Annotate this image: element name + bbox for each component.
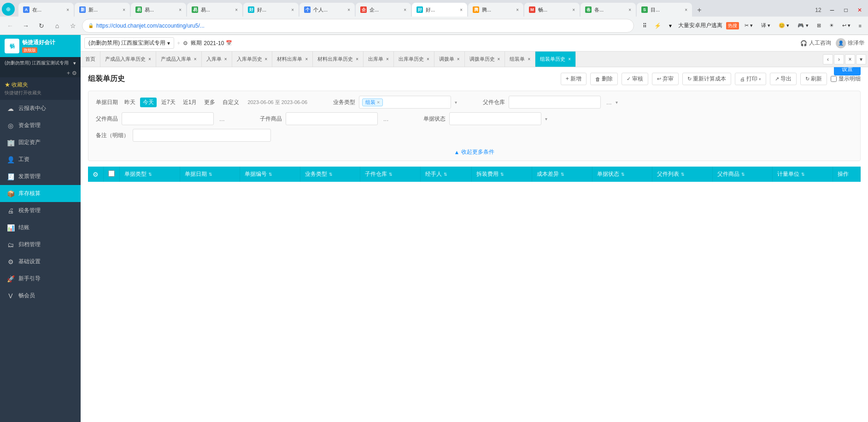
table-settings-th[interactable]: ⚙ [88,167,104,182]
tabs-prev-btn[interactable]: ‹ [823,54,833,64]
window-minimize[interactable]: ─ [826,4,839,17]
th-bill-status[interactable]: 单据状态 ⇅ [592,167,652,182]
table-checkbox-th[interactable] [104,167,120,182]
parent-wh-dropdown[interactable]: ▾ [616,100,618,105]
th-type[interactable]: 单据类型 ⇅ [120,167,180,182]
translate-tool[interactable]: 译 ▾ [758,21,773,30]
parent-goods-input[interactable] [122,112,214,125]
tab-t1[interactable]: A 在... × [18,3,74,17]
settings-icon-topbar[interactable]: + [67,70,70,76]
doc-tab-6-close[interactable]: × [356,57,358,62]
user-profile[interactable]: 👤 徐泽华 [836,38,864,48]
tab-t4[interactable]: 易 易... × [187,3,242,17]
doc-tab-8-close[interactable]: × [427,57,429,62]
tab-t9[interactable]: 腾 腾... × [468,3,523,17]
bill-status-dropdown[interactable]: ▾ [545,116,547,121]
consult-btn[interactable]: 🎧 人工咨询 [800,39,831,47]
tab-close-t8[interactable]: × [460,7,463,12]
week-shortcut[interactable]: 近7天 [158,98,178,107]
gear-icon-topbar[interactable]: ⚙ [72,70,77,76]
doc-tab-10-close[interactable]: × [498,57,500,62]
topbar-settings-btn[interactable]: ⚙ [183,40,188,46]
doc-tab-5[interactable]: 材料出库单 × [272,52,313,67]
show-detail-input[interactable] [831,76,837,82]
th-parent-goods[interactable]: 父件商品 ⇅ [712,167,773,182]
month-shortcut[interactable]: 近1月 [180,98,200,107]
tab-count-badge[interactable]: 12 [812,4,825,17]
doc-tab-2[interactable]: 产成品入库单 × [156,52,202,67]
tab-t8[interactable]: 好 好... × [412,3,467,17]
reload-button[interactable]: ↻ [35,19,48,32]
delete-button[interactable]: 🗑 删除 [590,73,618,85]
doc-tab-4-close[interactable]: × [265,57,268,62]
url-bar[interactable]: 🔒 https://cloud.chanjet.com/accounting/u… [82,19,634,33]
recalculate-button[interactable]: ↻ 重新计算成本 [682,73,731,85]
export-button[interactable]: ↗ 导出 [770,73,797,85]
child-goods-input[interactable] [286,112,378,125]
sidebar-item-close[interactable]: 📊 结账 [0,219,81,236]
doc-tab-2-close[interactable]: × [194,57,197,62]
th-unit[interactable]: 计量单位 ⇅ [773,167,833,182]
period-selector[interactable]: 账期 2021-10 📅 [191,39,232,47]
biz-type-tag-close[interactable]: × [377,99,380,105]
doc-tab-11-close[interactable]: × [528,57,530,62]
tab-close-t6[interactable]: × [347,7,350,12]
tab-close-t12[interactable]: × [685,7,687,12]
tab-t5[interactable]: 好 好... × [243,3,299,17]
doc-tab-8[interactable]: 出库单历史 × [394,52,434,67]
th-cost-diff[interactable]: 成本差异 ⇅ [532,167,592,182]
table-settings-icon[interactable]: ⚙ [93,171,99,178]
forward-button[interactable]: → [19,19,32,32]
sidebar-item-settings[interactable]: ⚙ 基础设置 [0,253,81,270]
doc-tab-3[interactable]: 入库单 × [202,52,232,67]
grid-tool[interactable]: ⊞ [814,22,824,29]
today-shortcut[interactable]: 今天 [140,98,157,107]
bookmark-button[interactable]: ☆ [66,19,79,32]
child-goods-ellipsis[interactable]: ... [383,115,389,122]
th-disassemble-cost[interactable]: 拆装费用 ⇅ [472,167,532,182]
tab-close-t3[interactable]: × [179,7,182,12]
favorites-section[interactable]: ★ 收藏夹 快捷键打开收藏夹 [0,77,81,100]
doc-tab-1-close[interactable]: × [148,57,151,62]
show-detail-checkbox[interactable]: 显示明细 [831,75,861,83]
parent-goods-ellipsis[interactable]: ... [219,115,225,122]
tab-close-t4[interactable]: × [235,7,238,12]
doc-tab-5-close[interactable]: × [305,57,308,62]
qr-icon[interactable]: ⠿ [639,21,650,31]
tab-close-t7[interactable]: × [404,7,406,12]
tab-close-t11[interactable]: × [628,7,631,12]
sidebar-header[interactable]: 畅 畅捷通好会计 旗舰版 [0,35,81,57]
tab-close-t10[interactable]: × [572,7,575,12]
tab-t11[interactable]: 各 各... × [581,3,636,17]
yesterday-shortcut[interactable]: 昨天 [122,98,138,107]
sidebar-item-assets[interactable]: 🏢 固定资产 [0,134,81,151]
tabs-close-btn[interactable]: × [845,54,855,64]
doc-tab-6[interactable]: 材料出库单历史 × [313,52,364,67]
doc-tab-12[interactable]: 组装单历史 × [535,52,576,67]
menu-tool[interactable]: ≡ [856,22,864,29]
doc-tab-home[interactable]: 首页 [81,52,100,67]
sidebar-item-vip[interactable]: V 畅会员 [0,287,81,304]
th-biz-type[interactable]: 业务类型 ⇅ [300,167,360,182]
tab-t2[interactable]: 新 新... × [75,3,130,17]
th-number[interactable]: 单据编号 ⇅ [240,167,300,182]
tab-close-t9[interactable]: × [516,7,519,12]
tabs-next-btn[interactable]: › [834,54,844,64]
doc-tab-9[interactable]: 调拨单 × [434,52,465,67]
tab-t10[interactable]: M 畅... × [524,3,580,17]
th-handler[interactable]: 经手人 ⇅ [421,167,472,182]
th-child-wh[interactable]: 子件仓库 ⇅ [360,167,421,182]
tab-t7[interactable]: 企 企... × [356,3,411,17]
game-tool[interactable]: 🎮 ▾ [795,22,811,29]
doc-tab-7-close[interactable]: × [386,57,389,62]
new-tab-button[interactable]: + [693,4,706,17]
doc-tab-4[interactable]: 入库单历史 × [232,52,273,67]
doc-tab-3-close[interactable]: × [224,57,227,62]
note-input[interactable] [133,129,271,142]
doc-tab-10[interactable]: 调拨单历史 × [465,52,505,67]
biz-type-input[interactable]: 组装 × [359,96,451,109]
undo-tool[interactable]: ↩ ▾ [839,22,853,29]
sidebar-item-salary[interactable]: 👤 工资 [0,151,81,168]
emoji-tool[interactable]: 😊 ▾ [776,22,792,29]
select-all-checkbox[interactable] [108,170,115,177]
